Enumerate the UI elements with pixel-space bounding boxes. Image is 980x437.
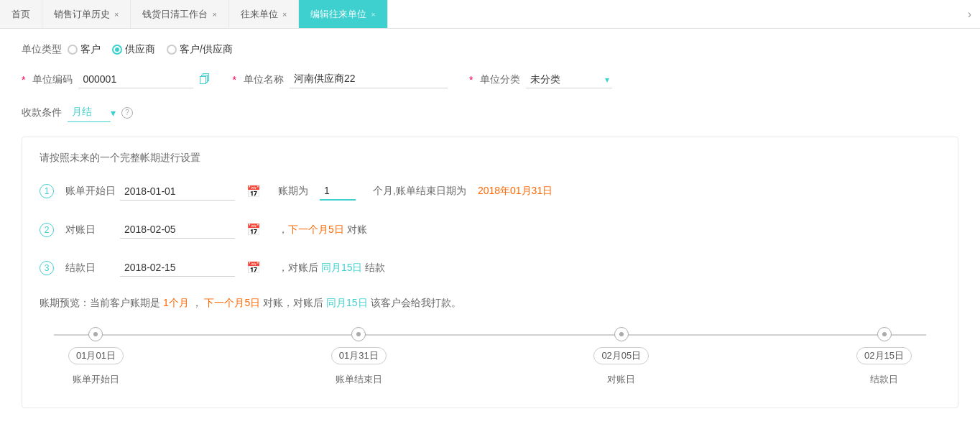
timeline-label-3: 结款日 xyxy=(870,373,898,386)
timeline-node-0 xyxy=(88,327,103,341)
tab-cash-close-icon[interactable]: × xyxy=(212,10,216,19)
period-row-2: 2 对账日 📅 ，下一个月5日 对账 xyxy=(40,221,940,239)
unit-code-label: 单位编码 xyxy=(32,73,73,86)
tab-edit-close-icon[interactable]: × xyxy=(371,10,375,19)
payment-condition-label: 收款条件 xyxy=(22,106,62,119)
unit-name-group: * 单位名称 xyxy=(232,70,447,88)
payment-condition-chevron-icon[interactable]: ▾ xyxy=(111,107,116,119)
preview-part2: 下一个月5日 xyxy=(204,297,260,308)
period-num-2: 2 xyxy=(40,223,54,237)
timeline-dot-0 xyxy=(93,332,98,336)
tab-partner-units[interactable]: 往来单位 × xyxy=(229,0,299,28)
unit-category-group: * 单位分类 未分类 ▾ xyxy=(469,70,612,88)
period-months-suffix: 个月,账单结束日期为 xyxy=(373,185,466,198)
radio-supplier[interactable]: 供应商 xyxy=(112,43,155,56)
payment-condition-value[interactable]: 月结 xyxy=(68,103,111,122)
tab-home-label: 首页 xyxy=(11,8,30,21)
tab-home[interactable]: 首页 xyxy=(0,0,42,28)
timeline-date-0: 01月01日 xyxy=(68,347,124,364)
timeline-date-1: 01月31日 xyxy=(331,347,387,364)
unit-code-copy-icon[interactable]: 🗍 xyxy=(199,73,211,86)
preview-end: 该客户会给我打款。 xyxy=(371,297,461,308)
timeline-dot-2 xyxy=(619,332,624,336)
period-payment-date-input[interactable] xyxy=(120,259,235,277)
tab-partner-label: 往来单位 xyxy=(241,8,278,21)
period-payment-highlight: 同月15日 xyxy=(321,262,363,273)
radio-cs-circle xyxy=(167,45,177,55)
timeline-date-3: 02月15日 xyxy=(856,347,912,364)
period-num-1: 1 xyxy=(40,184,54,198)
period-row-1: 1 账单开始日 📅 账期为 个月,账单结束日期为 2018年01月31日 xyxy=(40,182,940,201)
period-months-input[interactable] xyxy=(320,182,356,201)
preview-text: 账期预览：当前客户账期是 1个月 ， 下一个月5日 对账，对账后 同月15日 该… xyxy=(40,297,940,310)
period-payment-cal-icon[interactable]: 📅 xyxy=(246,261,261,275)
timeline-label-0: 账单开始日 xyxy=(73,373,119,386)
unit-cat-select[interactable]: 未分类 xyxy=(526,70,612,88)
timeline-item-0: 01月01日 账单开始日 xyxy=(68,327,124,386)
unit-code-input[interactable] xyxy=(78,70,193,88)
period-row-3: 3 结款日 📅 ，对账后 同月15日 结款 xyxy=(40,259,940,277)
period-label-2: 对账日 xyxy=(65,224,108,236)
preview-part1: 1个月 xyxy=(163,297,189,308)
timeline-date-2: 02月05日 xyxy=(593,347,649,364)
timeline-item-1: 01月31日 账单结束日 xyxy=(331,327,387,386)
tab-sales-order-history[interactable]: 销售订单历史 × xyxy=(42,0,131,28)
payment-condition-group: 收款条件 月结 ▾ ? xyxy=(22,103,133,122)
period-reconcile-cal-icon[interactable]: 📅 xyxy=(246,223,261,236)
period-start-date-input[interactable] xyxy=(120,183,235,201)
unit-cat-select-wrapper: 未分类 ▾ xyxy=(526,70,612,88)
period-start-cal-icon[interactable]: 📅 xyxy=(246,185,261,198)
radio-customer-supplier[interactable]: 客户/供应商 xyxy=(167,43,233,56)
period-box: 请按照未来的一个完整帐期进行设置 1 账单开始日 📅 账期为 个月,账单结束日期… xyxy=(22,137,958,408)
radio-customer-circle xyxy=(68,45,78,55)
preview-part3: 同月15日 xyxy=(326,297,368,308)
unit-info-row: * 单位编码 🗍 * 单位名称 * 单位分类 未分类 ▾ xyxy=(22,70,958,88)
period-end-date-highlight: 2018年01月31日 xyxy=(478,185,553,198)
payment-condition-row: 收款条件 月结 ▾ ? xyxy=(22,103,958,122)
timeline-container: 01月01日 账单开始日 01月31日 账单结束日 02月05日 对账日 xyxy=(40,327,940,386)
tab-partner-close-icon[interactable]: × xyxy=(282,10,287,19)
timeline-label-2: 对账日 xyxy=(607,373,635,386)
timeline-node-1 xyxy=(351,327,366,341)
tab-bar: 首页 销售订单历史 × 钱货日清工作台 × 往来单位 × 编辑往来单位 × › xyxy=(0,0,980,29)
timeline-dot-1 xyxy=(356,332,361,336)
tab-edit-label: 编辑往来单位 xyxy=(310,8,366,21)
tab-cash-label: 钱货日清工作台 xyxy=(142,8,208,21)
preview-mid: 对账，对账后 xyxy=(263,297,323,308)
radio-customer[interactable]: 客户 xyxy=(68,43,101,56)
period-reconcile-highlight: 下一个月5日 xyxy=(288,224,344,235)
tab-cash-workbench[interactable]: 钱货日清工作台 × xyxy=(131,0,228,28)
tab-overflow-arrow[interactable]: › xyxy=(959,0,980,28)
unit-name-input[interactable] xyxy=(290,70,448,88)
unit-code-group: * 单位编码 🗍 xyxy=(22,70,211,88)
main-content: 单位类型 客户 供应商 客户/供应商 * 单位编码 xyxy=(0,29,980,437)
unit-type-label: 单位类型 xyxy=(22,43,62,56)
period-num-3: 3 xyxy=(40,261,54,275)
payment-condition-help-icon[interactable]: ? xyxy=(121,107,133,119)
period-payment-desc: ，对账后 同月15日 结款 xyxy=(278,262,385,275)
timeline-items: 01月01日 账单开始日 01月31日 账单结束日 02月05日 对账日 xyxy=(68,327,912,386)
period-reconcile-desc: ，下一个月5日 对账 xyxy=(278,224,367,236)
radio-cs-label: 客户/供应商 xyxy=(180,43,233,56)
timeline-node-2 xyxy=(614,327,629,341)
period-reconcile-date-input[interactable] xyxy=(120,221,235,239)
unit-name-label: 单位名称 xyxy=(244,73,284,86)
period-label-3: 结款日 xyxy=(65,262,108,275)
timeline-item-2: 02月05日 对账日 xyxy=(593,327,649,386)
radio-customer-label: 客户 xyxy=(80,43,101,56)
unit-type-group: 单位类型 客户 供应商 客户/供应商 xyxy=(22,43,233,56)
payment-condition-select-wrapper: 月结 ▾ xyxy=(68,103,116,122)
unit-type-row: 单位类型 客户 供应商 客户/供应商 xyxy=(22,43,958,56)
period-box-title: 请按照未来的一个完整帐期进行设置 xyxy=(40,152,940,165)
radio-supplier-label: 供应商 xyxy=(125,43,155,56)
timeline-dot-3 xyxy=(882,332,887,336)
tab-sales-close-icon[interactable]: × xyxy=(114,10,119,19)
timeline-label-1: 账单结束日 xyxy=(336,373,382,386)
preview-comma: ， xyxy=(192,297,202,308)
unit-cat-star: * xyxy=(469,74,473,86)
tab-sales-label: 销售订单历史 xyxy=(54,8,110,21)
tab-edit-partner[interactable]: 编辑往来单位 × xyxy=(299,0,387,28)
unit-type-radio-group: 客户 供应商 客户/供应商 xyxy=(68,43,233,56)
unit-cat-label: 单位分类 xyxy=(480,73,520,86)
unit-code-star: * xyxy=(22,74,25,86)
